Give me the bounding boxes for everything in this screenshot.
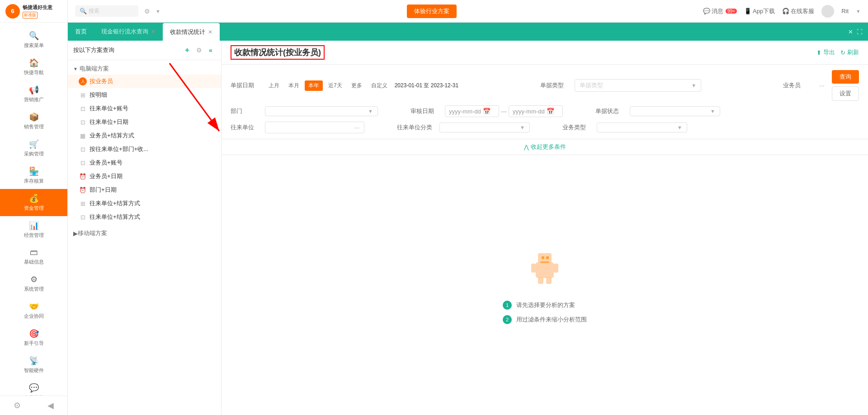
sidebar-item-label: 企业协同 xyxy=(24,313,44,320)
header-search-box[interactable]: 🔍 搜索 xyxy=(75,5,138,17)
gear-icon[interactable]: ⚙ xyxy=(142,6,152,16)
tree-item-counterpart-settle1[interactable]: ⊞ 往来单位+结算方式 xyxy=(68,197,221,210)
sidebar-item-quick-nav[interactable]: 🏠 快捷导航 xyxy=(0,53,67,80)
export-button[interactable]: ⬆ 导出 xyxy=(816,48,835,57)
sidebar-item-warehouse[interactable]: 🏪 库存核算 xyxy=(0,162,67,189)
filter-settings-button[interactable]: 设置 xyxy=(832,86,859,101)
tab-bank-flow[interactable]: 现金银行流水查询 ✕ xyxy=(94,23,163,41)
sidebar-item-marketing[interactable]: 📢 营销推广 xyxy=(0,80,67,108)
export-label: 导出 xyxy=(823,48,835,57)
header-left: 🔍 搜索 ⚙ ▼ xyxy=(75,5,160,17)
counterpart-category-dropdown-icon: ▼ xyxy=(520,125,525,130)
user-avatar[interactable] xyxy=(821,5,834,18)
download-icon: 📱 xyxy=(744,8,751,14)
finance-icon: 💰 xyxy=(29,193,39,203)
tree-item-salesman-settle[interactable]: ▦ 业务员+结算方式 xyxy=(68,129,221,142)
app-download-section[interactable]: 📱 App下载 xyxy=(744,7,775,15)
date-separator: — xyxy=(501,108,507,115)
date-selector: 上月 本月 本年 近7天 更多 自定义 2023-01-01 至 2023-12… xyxy=(265,80,458,91)
tree-item-counterpart-date[interactable]: ⊡ 往来单位+日期 xyxy=(68,115,221,129)
calendar-end-icon[interactable]: 📅 xyxy=(547,108,554,115)
trial-button[interactable]: 体验行业方案 xyxy=(407,5,457,18)
footer-collapse-icon[interactable]: ◀ xyxy=(47,401,54,410)
date-tab-prev-month[interactable]: 上月 xyxy=(265,80,283,91)
biz-type-select[interactable]: ▼ xyxy=(597,123,687,132)
mobile-section-label: 移动端方案 xyxy=(78,229,107,237)
date-tab-this-month[interactable]: 本月 xyxy=(285,80,303,91)
collapse-bar[interactable]: ⋀ 收起更多条件 xyxy=(222,139,868,155)
online-service-section[interactable]: 🎧 在线客服 xyxy=(782,7,814,15)
date-tab-more[interactable]: 更多 xyxy=(348,80,366,91)
logo-name: 畅捷通好生意 xyxy=(23,4,52,11)
doc-type-label: 单据类型 xyxy=(540,81,567,90)
sidebar-item-finance[interactable]: 💰 资金管理 xyxy=(0,189,67,216)
date-tab-custom[interactable]: 自定义 xyxy=(368,80,391,91)
review-date-label: 审核日期 xyxy=(410,107,438,115)
tree-item-salesman-date[interactable]: ⏰ 业务员+日期 xyxy=(68,170,221,183)
logo-icon: 6 xyxy=(5,4,20,19)
sidebar-item-search-menu[interactable]: 🔍 搜索菜单 xyxy=(0,26,67,53)
sidebar-item-purchase[interactable]: 🛒 采购管理 xyxy=(0,135,67,162)
doc-type-select[interactable]: 单据类型 ▼ xyxy=(575,79,701,92)
sidebar-item-system[interactable]: ⚙ 系统管理 xyxy=(0,270,67,297)
window-close-icon[interactable]: ✕ xyxy=(848,28,853,35)
window-maximize-icon[interactable]: ⛶ xyxy=(857,28,863,35)
tree-item-by-salesman[interactable]: 人 按业务员 xyxy=(68,75,221,88)
sidebar-item-newbie[interactable]: 🎯 新手引导 xyxy=(0,324,67,351)
svg-rect-8 xyxy=(546,277,552,284)
tree-item-dept-date[interactable]: ⏰ 部门+日期 xyxy=(68,183,221,197)
tab-receipt-stats[interactable]: 收款情况统计 ✕ xyxy=(163,23,220,41)
date-tab-last7[interactable]: 近7天 xyxy=(325,80,346,91)
dept-select[interactable]: ▼ xyxy=(265,106,378,116)
date-label: 单据日期 xyxy=(231,81,258,90)
wechat-icon: 💬 xyxy=(29,383,39,393)
counterpart-select[interactable]: ··· xyxy=(265,122,364,133)
tree-item-salesman-account[interactable]: ⊡ 业务员+账号 xyxy=(68,156,221,170)
sidebar-item-basic[interactable]: 🗃 基础信息 xyxy=(0,243,67,270)
add-scheme-icon[interactable]: + xyxy=(182,45,192,55)
sidebar-item-sales[interactable]: 📦 销售管理 xyxy=(0,108,67,135)
sidebar-item-label: 库存核算 xyxy=(24,178,44,184)
footer-settings-icon[interactable]: ⚙ xyxy=(14,401,21,410)
sidebar-item-smart-hw[interactable]: 📡 智能硬件 xyxy=(0,351,67,378)
review-date-end-placeholder: yyyy-mm-dd xyxy=(513,108,545,115)
tree-item-counterpart-account[interactable]: ⊡ 往来单位+账号 xyxy=(68,102,221,115)
clock-icon: ⏰ xyxy=(79,186,87,194)
tree-item-label: 按往来单位+部门+收... xyxy=(90,145,148,153)
refresh-label: 刷新 xyxy=(847,48,859,57)
steps-info: 1 请先选择要分析的方案 2 用过滤条件来缩小分析范围 xyxy=(503,301,587,324)
sidebar-item-operation[interactable]: 📊 经营管理 xyxy=(0,216,67,243)
date-tab-this-year[interactable]: 本年 xyxy=(305,80,323,91)
page-title-bar: 收款情况统计(按业务员) ⬆ 导出 ↻ 刷新 xyxy=(222,41,868,65)
query-button[interactable]: 查询 xyxy=(832,70,859,84)
tab-home[interactable]: 首页 xyxy=(68,23,94,41)
counterpart-category-select[interactable]: ▼ xyxy=(439,123,530,132)
scheme-settings-icon[interactable]: ⚙ xyxy=(194,45,204,55)
tab-bank-flow-close-icon[interactable]: ✕ xyxy=(151,28,156,35)
salesman-more-icon[interactable]: ··· xyxy=(819,82,825,89)
user-dropdown-icon[interactable]: ▼ xyxy=(856,9,861,14)
tree-item-by-detail[interactable]: ⊞ 按明细 xyxy=(68,88,221,102)
review-date-end-input[interactable]: yyyy-mm-dd 📅 xyxy=(509,105,563,117)
message-section[interactable]: 💬 消息 99+ xyxy=(703,7,737,15)
right-panel: 收款情况统计(按业务员) ⬆ 导出 ↻ 刷新 单据日期 xyxy=(222,41,868,415)
review-date-start-input[interactable]: yyyy-mm-dd 📅 xyxy=(445,105,499,117)
collapse-chevron-icon: ⋀ xyxy=(524,144,529,151)
logo-text-block: 畅捷通好生意 标准版 xyxy=(23,4,52,19)
collapse-panel-icon[interactable]: « xyxy=(206,45,216,55)
counterpart-more-icon[interactable]: ··· xyxy=(354,124,359,131)
tab-receipt-stats-close-icon[interactable]: ✕ xyxy=(208,29,212,35)
tree-item-counterpart-settle2[interactable]: ⊡ 往来单位+结算方式 xyxy=(68,210,221,224)
filter-section: 单据日期 上月 本月 本年 近7天 更多 自定义 2023-01-01 至 20… xyxy=(222,65,868,139)
dept-dropdown-icon: ▼ xyxy=(368,108,373,114)
calendar-start-icon[interactable]: 📅 xyxy=(483,108,491,115)
sidebar-item-wechat[interactable]: 💬 企业微信 xyxy=(0,378,67,396)
desktop-section-header[interactable]: ▼ 电脑端方案 xyxy=(68,63,221,75)
search-menu-icon: 🔍 xyxy=(29,31,39,41)
refresh-button[interactable]: ↻ 刷新 xyxy=(840,48,859,57)
sidebar-item-corp[interactable]: 🤝 企业协同 xyxy=(0,297,67,324)
mobile-section-header[interactable]: ▶ 移动端方案 xyxy=(68,226,221,240)
doc-status-select[interactable]: ▼ xyxy=(630,106,720,116)
tree-item-counterpart-dept-recv[interactable]: ⊡ 按往来单位+部门+收... xyxy=(68,142,221,156)
step-2-text: 用过滤条件来缩小分析范围 xyxy=(516,315,587,324)
